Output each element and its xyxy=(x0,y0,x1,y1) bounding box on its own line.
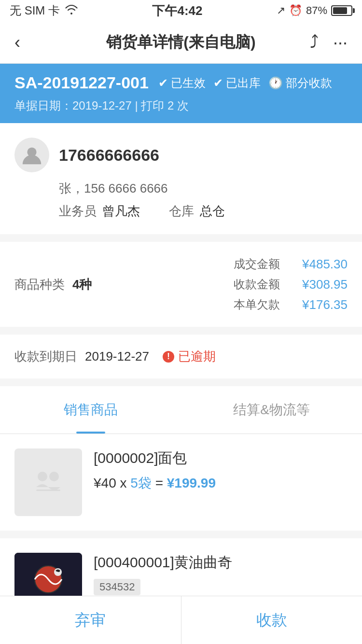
order-header-top: SA-20191227-001 ✔ 已生效 ✔ 已出库 🕐 部分收款 xyxy=(14,73,348,92)
due-date: 2019-12-27 xyxy=(85,349,149,364)
tab-settlement[interactable]: 结算&物流等 xyxy=(181,386,362,434)
status-time: 下午4:42 xyxy=(152,2,202,19)
location-icon: ↗ xyxy=(277,4,285,17)
customer-section: 17666666666 张，156 6666 6666 业务员 曾凡杰 仓库 总… xyxy=(0,123,362,234)
deal-amount-value: ¥485.30 xyxy=(290,257,348,272)
salesperson-item: 业务员 曾凡杰 xyxy=(59,203,140,220)
customer-name: 张，156 6666 6666 xyxy=(14,180,348,197)
product-type-label: 商品种类 xyxy=(14,276,65,293)
order-header: SA-20191227-001 ✔ 已生效 ✔ 已出库 🕐 部分收款 单据日期：… xyxy=(0,64,362,123)
status-left: 无 SIM 卡 xyxy=(10,3,78,18)
check-icon-2: ✔ xyxy=(213,76,223,90)
owed-label: 本单欠款 xyxy=(234,297,280,312)
salesperson-label: 业务员 xyxy=(59,203,97,220)
product-info-1: [0000002]面包 ¥40 x 5袋 = ¥199.99 xyxy=(94,448,348,492)
owed-value: ¥176.35 xyxy=(290,297,348,312)
svg-point-1 xyxy=(38,472,47,481)
warehouse-item: 仓库 总仓 xyxy=(169,203,225,220)
tabs-section: 销售商品 结算&物流等 xyxy=(0,386,362,434)
avatar xyxy=(14,138,49,172)
due-section: 收款到期日 2019-12-27 ! 已逾期 xyxy=(0,335,362,378)
summary-right: 成交金额 ¥485.30 收款金额 ¥308.95 本单欠款 ¥176.35 xyxy=(234,256,348,312)
product-name-1: [0000002]面包 xyxy=(94,448,348,468)
svg-rect-3 xyxy=(36,490,60,491)
battery-fill xyxy=(333,7,347,14)
status-right: ↗ ⏰ 87% xyxy=(277,4,352,17)
bottom-bar: 弃审 收款 xyxy=(0,596,362,644)
status-partial: 🕐 部分收款 xyxy=(268,75,332,91)
received-row: 收款金额 ¥308.95 xyxy=(234,277,348,292)
more-button[interactable]: ··· xyxy=(333,32,348,53)
share-button[interactable]: ⤴ xyxy=(310,32,319,53)
salesperson-value: 曾凡杰 xyxy=(102,203,140,220)
owed-row: 本单欠款 ¥176.35 xyxy=(234,297,348,312)
svg-point-2 xyxy=(49,472,59,481)
product-count: 4种 xyxy=(72,276,92,293)
warehouse-value: 总仓 xyxy=(200,203,225,220)
due-label: 收款到期日 xyxy=(14,348,77,365)
battery-icon xyxy=(331,5,352,16)
carrier-text: 无 SIM 卡 xyxy=(10,3,60,18)
product-total-1: ¥199.99 xyxy=(167,476,216,490)
customer-row: 17666666666 xyxy=(14,138,348,172)
overdue-text: 已逾期 xyxy=(178,348,216,365)
customer-phone: 17666666666 xyxy=(59,146,159,165)
list-item: [0000002]面包 ¥40 x 5袋 = ¥199.99 xyxy=(0,434,362,531)
status-bar: 无 SIM 卡 下午4:42 ↗ ⏰ 87% xyxy=(0,0,362,21)
wifi-icon xyxy=(65,4,78,17)
product-sku-2: 534532 xyxy=(94,579,140,595)
overdue-badge: ! 已逾期 xyxy=(157,346,222,367)
battery-text: 87% xyxy=(306,4,327,17)
check-icon-1: ✔ xyxy=(158,76,168,90)
alarm-icon: ⏰ xyxy=(289,4,302,17)
product-image-1 xyxy=(14,448,82,516)
order-id: SA-20191227-001 xyxy=(14,73,149,92)
reject-button[interactable]: 弃审 xyxy=(0,596,181,644)
collect-button[interactable]: 收款 xyxy=(181,596,362,644)
svg-point-7 xyxy=(54,568,62,576)
product-price-1: ¥40 x 5袋 = ¥199.99 xyxy=(94,474,348,492)
summary-left: 商品种类 4种 xyxy=(14,256,92,312)
warehouse-label: 仓库 xyxy=(169,203,194,220)
overdue-icon: ! xyxy=(163,351,174,363)
nav-actions: ⤴ ··· xyxy=(310,32,348,53)
product-name-2: [000400001]黄油曲奇 xyxy=(94,553,348,573)
order-meta: 单据日期：2019-12-27 | 打印 2 次 xyxy=(14,98,348,113)
status-shipped: ✔ 已出库 xyxy=(213,75,261,91)
back-button[interactable]: ‹ xyxy=(14,32,20,53)
svg-point-8 xyxy=(58,570,60,572)
deal-amount-row: 成交金额 ¥485.30 xyxy=(234,256,348,272)
page-title: 销货单详情(来自电脑) xyxy=(106,32,255,53)
received-value: ¥308.95 xyxy=(290,277,348,292)
nav-bar: ‹ 销货单详情(来自电脑) ⤴ ··· xyxy=(0,21,362,64)
deal-amount-label: 成交金额 xyxy=(234,256,280,272)
tab-sales-products[interactable]: 销售商品 xyxy=(0,386,181,434)
product-qty-1: 5袋 xyxy=(130,476,152,490)
received-label: 收款金额 xyxy=(234,277,280,292)
status-badges: ✔ 已生效 ✔ 已出库 🕐 部分收款 xyxy=(158,75,332,91)
status-effective: ✔ 已生效 xyxy=(158,75,206,91)
summary-section: 商品种类 4种 成交金额 ¥485.30 收款金额 ¥308.95 本单欠款 ¥… xyxy=(0,242,362,327)
customer-details: 业务员 曾凡杰 仓库 总仓 xyxy=(14,203,348,220)
clock-icon: 🕐 xyxy=(268,76,283,90)
